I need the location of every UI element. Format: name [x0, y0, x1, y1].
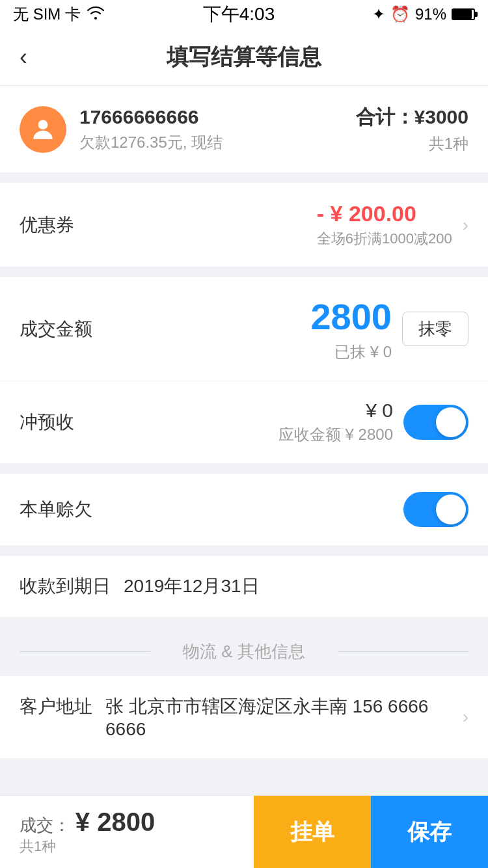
bottom-deal-label: 成交： [20, 815, 70, 835]
address-label: 客户地址 [20, 694, 92, 719]
user-total: 合计：¥3000 共1种 [356, 104, 468, 154]
bottom-amount: ¥ 2800 [75, 807, 155, 836]
due-date-label: 收款到期日 [20, 574, 111, 599]
debt-toggle[interactable] [403, 492, 468, 527]
total-count: 共1种 [356, 133, 468, 154]
pre-collect-label: 冲预收 [20, 410, 74, 435]
deal-amount-right: 2800 已抹 ¥ 0 抹零 [310, 295, 468, 362]
deal-amount-row: 成交金额 2800 已抹 ¥ 0 抹零 [0, 277, 488, 381]
save-button[interactable]: 保存 [371, 796, 488, 869]
deal-amount-section: 成交金额 2800 已抹 ¥ 0 抹零 冲预收 ¥ 0 应收金额 ¥ 2800 [0, 277, 488, 463]
hold-button[interactable]: 挂单 [254, 796, 371, 869]
logistics-divider: 物流 & 其他信息 [0, 627, 488, 676]
pre-collect-row: 冲预收 ¥ 0 应收金额 ¥ 2800 [0, 381, 488, 463]
status-right: ✦ ⏰ 91% [372, 5, 475, 23]
content: 17666666666 欠款1276.35元, 现结 合计：¥3000 共1种 … [0, 86, 488, 868]
address-row[interactable]: 客户地址 张 北京市市辖区海淀区永丰南 156 6666 6666 › [0, 676, 488, 758]
coupon-row[interactable]: 优惠券 - ¥ 200.00 全场6折满1000减200 › [0, 183, 488, 267]
debt-label: 本单赊欠 [20, 497, 92, 522]
address-chevron-icon: › [463, 707, 468, 727]
user-info-row: 17666666666 欠款1276.35元, 现结 合计：¥3000 共1种 [0, 86, 488, 172]
back-button[interactable]: ‹ [20, 44, 27, 71]
deal-amount-label: 成交金额 [20, 317, 92, 342]
user-sub: 欠款1276.35元, 现结 [79, 132, 223, 153]
user-details: 17666666666 欠款1276.35元, 现结 [79, 106, 223, 153]
battery-icon [452, 8, 475, 20]
status-time: 下午4:03 [203, 2, 275, 27]
address-value: 张 北京市市辖区海淀区永丰南 156 6666 6666 [105, 694, 468, 740]
due-date-row: 收款到期日 2019年12月31日 [0, 556, 488, 617]
coupon-amount: - ¥ 200.00 [317, 201, 452, 226]
logistics-divider-text: 物流 & 其他信息 [183, 640, 305, 663]
due-date-value: 2019年12月31日 [124, 574, 260, 599]
user-phone: 17666666666 [79, 106, 223, 128]
page-title: 填写结算等信息 [167, 42, 321, 72]
bottom-bar: 成交： ¥ 2800 共1种 挂单 保存 [0, 795, 488, 868]
pre-collect-receivable: 应收金额 ¥ 2800 [278, 424, 393, 445]
pre-collect-toggle[interactable] [403, 405, 468, 440]
coupon-label: 优惠券 [20, 213, 74, 237]
status-left: 无 SIM 卡 [13, 4, 105, 25]
debt-row: 本单赊欠 [0, 474, 488, 545]
coupon-desc: 全场6折满1000减200 [317, 229, 452, 249]
total-amount: 合计：¥3000 [356, 104, 468, 131]
debt-toggle-knob [436, 495, 466, 524]
status-bar: 无 SIM 卡 下午4:03 ✦ ⏰ 91% [0, 0, 488, 29]
debt-section: 本单赊欠 [0, 474, 488, 545]
bottom-deal-line: 成交： ¥ 2800 [20, 807, 234, 837]
wipe-zero-button[interactable]: 抹零 [402, 312, 468, 346]
user-left: 17666666666 欠款1276.35元, 现结 [20, 106, 223, 153]
already-wiped: 已抹 ¥ 0 [310, 342, 392, 362]
battery-label: 91% [415, 5, 446, 23]
bottom-summary: 成交： ¥ 2800 共1种 [0, 807, 254, 856]
coupon-info: - ¥ 200.00 全场6折满1000减200 [317, 201, 452, 249]
alarm-icon: ⏰ [390, 5, 410, 23]
deal-amount-value-wrap: 2800 已抹 ¥ 0 [310, 295, 392, 362]
pre-collect-info: ¥ 0 应收金额 ¥ 2800 [278, 400, 393, 445]
svg-point-0 [38, 120, 48, 129]
address-section[interactable]: 客户地址 张 北京市市辖区海淀区永丰南 156 6666 6666 › [0, 676, 488, 758]
due-date-section: 收款到期日 2019年12月31日 [0, 556, 488, 617]
toggle-knob [436, 407, 466, 437]
divider-line-left [20, 651, 150, 652]
avatar [20, 106, 66, 153]
bottom-count: 共1种 [20, 837, 234, 856]
coupon-right: - ¥ 200.00 全场6折满1000减200 › [317, 201, 468, 249]
wifi-icon [86, 5, 105, 23]
location-icon: ✦ [372, 5, 385, 23]
divider-line-right [338, 651, 468, 652]
pre-collect-right-wrap: ¥ 0 应收金额 ¥ 2800 [278, 400, 468, 445]
nav-bar: ‹ 填写结算等信息 [0, 29, 488, 86]
deal-amount-value: 2800 [310, 295, 392, 338]
pre-collect-amount: ¥ 0 [278, 400, 393, 422]
coupon-chevron-icon: › [463, 215, 468, 236]
sim-label: 无 SIM 卡 [13, 4, 81, 25]
